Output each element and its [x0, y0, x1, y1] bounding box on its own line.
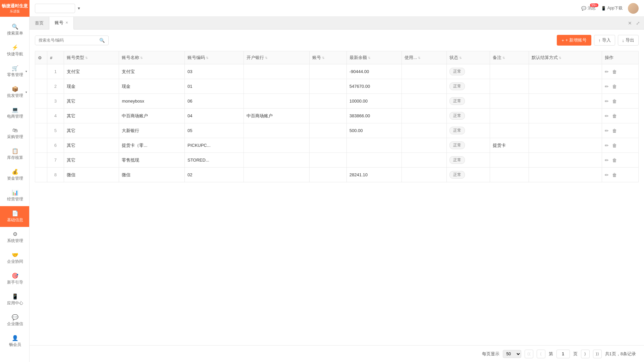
export-button[interactable]: ↓ 导出	[618, 35, 639, 46]
tab-expand-icon[interactable]: ⤢	[635, 19, 641, 27]
edit-icon[interactable]: ✏	[605, 84, 609, 89]
cell-num: 7	[47, 153, 64, 168]
cell-settings	[35, 79, 47, 94]
cell-usage	[402, 64, 446, 79]
sidebar-item-finance-mgmt[interactable]: 💰资金管理	[0, 165, 29, 185]
delete-icon[interactable]: 🗑	[612, 99, 617, 104]
edit-icon[interactable]: ✏	[605, 158, 609, 163]
cell-account_no	[309, 94, 346, 109]
delete-icon[interactable]: 🗑	[612, 113, 617, 119]
topbar-search-input[interactable]	[35, 4, 75, 13]
sidebar-item-ecommerce-mgmt[interactable]: 💻电商管理	[0, 103, 29, 123]
page-size-select[interactable]: 102050100	[503, 350, 521, 358]
sidebar-item-ops-mgmt[interactable]: 📊经营管理	[0, 185, 29, 206]
cell-usage	[402, 79, 446, 94]
next-page-button[interactable]: ⟩	[581, 350, 590, 358]
delete-icon[interactable]: 🗑	[612, 143, 617, 148]
sidebar-item-basic-info[interactable]: 📄基础信息	[0, 206, 29, 227]
col-header-bank[interactable]: 开户银行⇅	[244, 51, 309, 64]
col-header-code[interactable]: 账号编码⇅	[184, 51, 244, 64]
sidebar-item-corp-agreement[interactable]: 🤝企业协同	[0, 248, 29, 268]
cell-code: 01	[184, 79, 244, 94]
col-header-account_no[interactable]: 账号⇅	[309, 51, 346, 64]
cell-code: 03	[184, 64, 244, 79]
edit-icon[interactable]: ✏	[605, 113, 609, 119]
prev-page-button[interactable]: ⟨	[537, 350, 545, 358]
cell-default_payment	[529, 94, 602, 109]
delete-icon[interactable]: 🗑	[612, 84, 617, 89]
sort-icon-remark: ⇅	[502, 56, 505, 60]
sidebar-item-retail-mgmt[interactable]: 🛒零售管理	[0, 61, 29, 82]
sidebar-item-app-center[interactable]: 📱应用中心	[0, 289, 29, 310]
cell-type: 支付宝	[64, 64, 119, 79]
user-avatar[interactable]	[628, 3, 639, 14]
tab-account-close[interactable]: ✕	[65, 21, 68, 24]
sidebar-item-corp-wechat[interactable]: 💬企业微信	[0, 310, 29, 331]
col-header-status[interactable]: 状态⇅	[446, 51, 490, 64]
edit-icon[interactable]: ✏	[605, 172, 609, 178]
action-icons: ✏ 🗑	[605, 69, 636, 74]
sidebar-item-inventory[interactable]: 📋库存核算	[0, 144, 29, 165]
basic-info-label: 基础信息	[7, 217, 23, 223]
message-button[interactable]: 💬 消息 99+	[581, 5, 596, 11]
first-page-button[interactable]: ⟨⟨	[525, 350, 533, 358]
edit-icon[interactable]: ✏	[605, 128, 609, 133]
corp-agreement-icon: 🤝	[12, 252, 18, 258]
search-input[interactable]	[35, 36, 96, 45]
cell-num: 5	[47, 123, 64, 138]
sidebar-item-purchase-mgmt[interactable]: 🛍采购管理	[0, 123, 29, 144]
cell-type: 微信	[64, 168, 119, 182]
import-button[interactable]: ↑ 导入	[594, 35, 615, 46]
sidebar-item-search-order[interactable]: 🔍搜索菜单	[0, 19, 29, 40]
sidebar-item-wholesale-mgmt[interactable]: 📦批发管理	[0, 82, 29, 103]
cell-num: 8	[47, 168, 64, 182]
delete-icon[interactable]: 🗑	[612, 69, 617, 74]
corp-wechat-label: 企业微信	[7, 321, 23, 327]
retail-mgmt-label: 零售管理	[7, 72, 23, 78]
add-account-button[interactable]: + + 新增账号	[557, 35, 591, 46]
cell-usage	[402, 153, 446, 168]
sidebar-item-new-guide[interactable]: 🎯新手引导	[0, 268, 29, 289]
cell-settings	[35, 168, 47, 182]
col-header-name[interactable]: 账号名称⇅	[119, 51, 184, 64]
status-badge: 正常	[449, 112, 465, 120]
search-order-icon: 🔍	[12, 23, 18, 30]
action-icons: ✏ 🗑	[605, 172, 636, 178]
tab-actions: ✕ ⤢	[627, 19, 644, 27]
delete-icon[interactable]: 🗑	[612, 128, 617, 133]
edit-icon[interactable]: ✏	[605, 99, 609, 104]
col-header-default_payment[interactable]: 默认结算方式⇅	[529, 51, 602, 64]
table-row: 5其它大新银行05500.00正常 ✏ 🗑	[35, 123, 639, 138]
page-number-input[interactable]	[556, 350, 570, 358]
delete-icon[interactable]: 🗑	[612, 172, 617, 178]
cell-default_payment	[529, 64, 602, 79]
edit-icon[interactable]: ✏	[605, 69, 609, 74]
search-button[interactable]: 🔍	[96, 36, 108, 45]
col-header-usage[interactable]: 使用...⇅	[402, 51, 446, 64]
tab-account[interactable]: 账号✕	[49, 17, 74, 29]
tab-close-icon[interactable]: ✕	[627, 19, 633, 27]
tab-home[interactable]: 首页	[30, 17, 49, 29]
sidebar-item-quick-nav[interactable]: ⚡快捷导航	[0, 40, 29, 61]
status-badge: 正常	[449, 97, 465, 105]
export-icon: ↓	[622, 38, 625, 43]
cell-bank	[244, 123, 309, 138]
col-header-balance[interactable]: 最新余额⇅	[346, 51, 402, 64]
cell-balance: 28241.10	[346, 168, 402, 182]
sidebar-item-system-mgmt[interactable]: ⚙系统管理	[0, 227, 29, 248]
col-header-remark[interactable]: 备注⇅	[490, 51, 529, 64]
topbar-dropdown[interactable]: ▾	[78, 6, 80, 11]
col-header-type[interactable]: 账号类型⇅	[64, 51, 119, 64]
sidebar-item-member[interactable]: 👤畅会员	[0, 331, 29, 352]
purchase-mgmt-label: 采购管理	[7, 134, 23, 140]
app-download-button[interactable]: 📱 App下载	[601, 5, 623, 11]
delete-icon[interactable]: 🗑	[612, 158, 617, 163]
action-icons: ✏ 🗑	[605, 84, 636, 89]
corp-wechat-icon: 💬	[12, 314, 18, 320]
table-row: 1支付宝支付宝03-90444.00正常 ✏ 🗑	[35, 64, 639, 79]
last-page-button[interactable]: ⟩⟩	[593, 350, 602, 358]
cell-name: 中百商场账户	[119, 109, 184, 123]
edit-icon[interactable]: ✏	[605, 143, 609, 148]
finance-mgmt-icon: 💰	[12, 169, 18, 175]
sort-icon-code: ⇅	[206, 56, 209, 60]
